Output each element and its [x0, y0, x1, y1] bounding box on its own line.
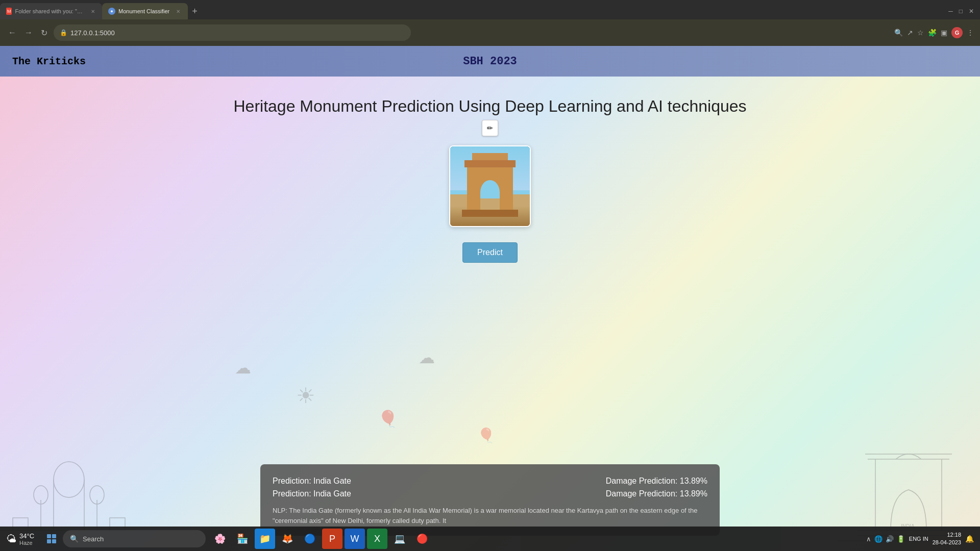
- start-button[interactable]: [40, 528, 63, 550]
- taskbar-app-excel[interactable]: X: [367, 529, 387, 549]
- taskbar-search[interactable]: 🔍 Search: [63, 530, 206, 547]
- main-content: Heritage Monument Prediction Using Deep …: [0, 77, 980, 551]
- tab-monument[interactable]: ● Monument Classifier ✕: [102, 3, 188, 19]
- damage-info: Damage Prediction: 13.89% Damage Predict…: [606, 474, 707, 500]
- maximize-button[interactable]: □: [957, 8, 965, 15]
- address-bar[interactable]: 🔒 127.0.0.1:5000: [54, 24, 411, 41]
- taskbar-apps: 🌸 🏪 📁 🦊 🔵 P W X 💻 🔴: [210, 529, 432, 549]
- taskbar-app-vscode[interactable]: 💻: [389, 529, 410, 549]
- svg-point-0: [54, 462, 84, 497]
- pencil-icon: ✏: [487, 124, 493, 132]
- forward-button[interactable]: →: [22, 26, 35, 39]
- weather-icon: 🌤: [6, 533, 16, 545]
- predict-button[interactable]: Predict: [462, 242, 518, 263]
- battery-icon: 🔋: [897, 535, 905, 543]
- tab-bar: M Folder shared with you: "Monum... ✕ ● …: [0, 0, 980, 19]
- taskbar-app-store[interactable]: 🏪: [232, 529, 253, 549]
- search-icon: 🔍: [70, 535, 79, 543]
- page-heading: Heritage Monument Prediction Using Deep …: [233, 97, 746, 116]
- reload-button[interactable]: ↻: [39, 26, 50, 40]
- system-tray-icons: ∧ 🌐 🔊 🔋: [866, 535, 905, 543]
- new-tab-button[interactable]: +: [188, 7, 202, 16]
- taskbar-app-word[interactable]: W: [345, 529, 365, 549]
- prediction-line2: Prediction: India Gate: [273, 487, 351, 500]
- gmail-favicon: M: [6, 8, 12, 15]
- window-controls: ─ □ ✕: [946, 8, 980, 15]
- taskbar-right: ∧ 🌐 🔊 🔋 ENG IN 12:18 28-04-2023 🔔: [860, 531, 980, 547]
- gate-base: [462, 210, 518, 217]
- tray-chevron[interactable]: ∧: [866, 535, 871, 543]
- address-bar-row: ← → ↻ 🔒 127.0.0.1:5000 🔍 ↗ ☆ 🧩 ▣ G ⋮: [0, 19, 980, 46]
- brand-name: The Kriticks: [12, 56, 86, 67]
- zoom-icon[interactable]: 🔍: [894, 29, 903, 37]
- taskbar-app-ppt[interactable]: P: [322, 529, 342, 549]
- tab-gmail[interactable]: M Folder shared with you: "Monum... ✕: [0, 3, 102, 19]
- menu-icon[interactable]: ⋮: [967, 29, 974, 37]
- browser-chrome: M Folder shared with you: "Monum... ✕ ● …: [0, 0, 980, 46]
- balloon-icon: 🎈: [378, 409, 398, 429]
- taskbar-app-widgets[interactable]: 🌸: [210, 529, 230, 549]
- notification-icon[interactable]: 🔔: [965, 535, 974, 543]
- windows-icon: [47, 534, 56, 543]
- profile-avatar[interactable]: G: [951, 27, 963, 38]
- india-gate-illustration: [450, 146, 530, 226]
- app-header: The Kriticks SBH 2023: [0, 46, 980, 77]
- start-sq-2: [52, 534, 56, 538]
- bookmark-icon[interactable]: ☆: [917, 29, 924, 37]
- gate-very-top: [472, 153, 508, 160]
- lock-icon: 🔒: [60, 29, 67, 36]
- prediction-info: Prediction: India Gate Prediction: India…: [273, 474, 351, 500]
- weather-info: 34°C Haze: [19, 532, 34, 546]
- taskbar-app-explorer[interactable]: 📁: [255, 529, 275, 549]
- volume-icon: 🔊: [886, 535, 894, 543]
- time-display: 12:18: [933, 531, 961, 539]
- search-label: Search: [83, 535, 104, 543]
- address-bar-actions: 🔍 ↗ ☆ 🧩 ▣ G ⋮: [894, 27, 974, 38]
- taskbar-app-browser[interactable]: 🦊: [277, 529, 298, 549]
- address-text: 127.0.0.1:5000: [70, 29, 115, 37]
- result-top-row: Prediction: India Gate Prediction: India…: [273, 474, 707, 500]
- monument-image: [449, 145, 531, 227]
- sun-icon: ☀: [296, 383, 315, 408]
- taskbar-app-chrome[interactable]: 🔵: [300, 529, 320, 549]
- balloon-icon-2: 🎈: [477, 427, 495, 444]
- damage-line2: Damage Prediction: 13.89%: [606, 487, 707, 500]
- sidebar-icon[interactable]: ▣: [941, 29, 947, 37]
- cloud-decoration-2: ☁: [419, 348, 435, 367]
- gate-arch-hole: [480, 180, 500, 211]
- weather-condition: Haze: [19, 540, 34, 546]
- tab-monument-close[interactable]: ✕: [175, 8, 182, 15]
- taskbar-app-red[interactable]: 🔴: [412, 529, 432, 549]
- clock: 12:18 28-04-2023: [933, 531, 961, 547]
- start-sq-3: [47, 539, 51, 543]
- prediction-line1: Prediction: India Gate: [273, 474, 351, 488]
- back-button[interactable]: ←: [6, 26, 18, 39]
- temperature: 34°C: [19, 532, 34, 540]
- tab-monument-label: Monument Classifier: [118, 8, 169, 14]
- edit-icon-button[interactable]: ✏: [482, 120, 498, 136]
- taskbar-weather: 🌤 34°C Haze: [0, 532, 40, 546]
- tab-gmail-close[interactable]: ✕: [90, 8, 96, 15]
- taskbar: 🌤 34°C Haze 🔍 Search 🌸 🏪 📁 🦊 🔵 P W X 💻 🔴: [0, 527, 980, 551]
- network-icon: 🌐: [874, 535, 883, 543]
- date-display: 28-04-2023: [933, 539, 961, 546]
- start-sq-4: [52, 539, 56, 543]
- cloud-decoration-1: ☁: [235, 358, 251, 378]
- gate-top-platform: [464, 160, 516, 167]
- start-sq-1: [47, 534, 51, 538]
- monument-favicon: ●: [108, 8, 115, 15]
- damage-line1: Damage Prediction: 13.89%: [606, 474, 707, 488]
- extensions-icon[interactable]: 🧩: [928, 29, 937, 37]
- event-name: SBH 2023: [463, 55, 517, 68]
- result-panel: Prediction: India Gate Prediction: India…: [260, 464, 720, 536]
- minimize-button[interactable]: ─: [946, 8, 955, 15]
- nlp-description: NLP: The India Gate (formerly known as t…: [273, 506, 707, 525]
- close-button[interactable]: ✕: [967, 8, 976, 15]
- share-icon[interactable]: ↗: [907, 29, 913, 37]
- tab-gmail-label: Folder shared with you: "Monum...: [15, 8, 85, 14]
- language-indicator: ENG IN: [909, 535, 928, 542]
